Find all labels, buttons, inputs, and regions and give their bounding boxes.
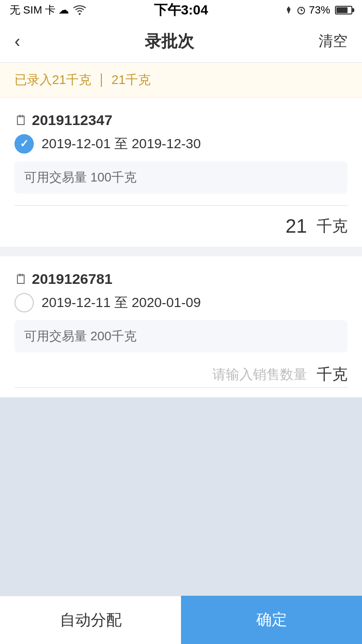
batch-2-unit: 千克: [317, 364, 348, 385]
batch-1-unit: 千克: [317, 216, 348, 237]
battery-percent: 73%: [309, 4, 330, 16]
status-left: 无 SIM 卡 ☁: [10, 3, 86, 17]
batch-2-id: 2019126781: [32, 271, 112, 287]
batch-2-date-row[interactable]: 2019-12-11 至 2020-01-09: [14, 293, 348, 312]
location-icon: [284, 5, 293, 15]
page-title: 录批次: [145, 30, 194, 53]
batch-2-radio[interactable]: [14, 293, 34, 312]
batch-item-2: 🗒 2019126781 2019-12-11 至 2020-01-09 可用交…: [0, 256, 362, 397]
batch-1-available-text: 可用交易量 100千克: [24, 170, 137, 184]
battery-icon: [335, 6, 352, 14]
batch-1-qty-row: 21 千克: [14, 211, 348, 237]
batch-2-header: 🗒 2019126781 2019-12-11 至 2020-01-09 可用交…: [0, 256, 362, 352]
batch-1-check-icon: ✓: [20, 138, 28, 150]
content-wrapper: 🗒 2019112347 ✓ 2019-12-01 至 2019-12-30 可…: [0, 98, 362, 630]
svg-point-0: [79, 13, 81, 15]
section-divider: [0, 247, 362, 256]
batch-1-doc-icon: 🗒: [14, 112, 28, 128]
batch-2-id-row: 🗒 2019126781: [14, 271, 348, 287]
batch-2-doc-icon: 🗒: [14, 271, 28, 287]
bottom-bar: 自动分配 确定: [0, 596, 362, 644]
qty-input-underline: [14, 387, 348, 388]
clear-button[interactable]: 清空: [319, 31, 348, 51]
batch-1-date-row[interactable]: ✓ 2019-12-01 至 2019-12-30: [14, 134, 348, 154]
wifi-icon: [73, 5, 86, 15]
sim-label: 无 SIM 卡 ☁: [10, 3, 69, 17]
batch-1-qty-value: 21: [286, 215, 307, 237]
back-button[interactable]: ‹: [14, 31, 20, 52]
total-amount: 21千克: [111, 71, 151, 88]
recorded-amount: 已录入21千克: [14, 71, 91, 88]
info-banner: 已录入21千克 21千克: [0, 63, 362, 98]
batch-1-date: 2019-12-01 至 2019-12-30: [42, 135, 201, 153]
status-time: 下午3:04: [154, 1, 208, 19]
batch-2-qty-input[interactable]: [172, 367, 307, 382]
batch-2-qty-wrapper: 千克: [0, 364, 362, 397]
batch-2-available: 可用交易量 200千克: [14, 320, 348, 352]
batch-item-1: 🗒 2019112347 ✓ 2019-12-01 至 2019-12-30 可…: [0, 98, 362, 247]
auto-distribute-button[interactable]: 自动分配: [0, 596, 181, 644]
alarm-icon: [296, 5, 306, 15]
status-bar: 无 SIM 卡 ☁ 下午3:04 73%: [0, 0, 362, 20]
batch-1-header: 🗒 2019112347 ✓ 2019-12-01 至 2019-12-30 可…: [0, 98, 362, 194]
batch-1-radio[interactable]: ✓: [14, 134, 34, 154]
confirm-button[interactable]: 确定: [181, 596, 362, 644]
batch-1-id: 2019112347: [32, 112, 112, 128]
batch-1-qty-wrapper: 21 千克: [0, 205, 362, 247]
batch-1-available: 可用交易量 100千克: [14, 161, 348, 194]
batch-2-available-text: 可用交易量 200千克: [24, 329, 137, 343]
status-right: 73%: [284, 4, 352, 16]
batch-2-date: 2019-12-11 至 2020-01-09: [42, 294, 201, 312]
batch-1-id-row: 🗒 2019112347: [14, 112, 348, 128]
nav-bar: ‹ 录批次 清空: [0, 20, 362, 63]
info-divider: [101, 73, 102, 87]
